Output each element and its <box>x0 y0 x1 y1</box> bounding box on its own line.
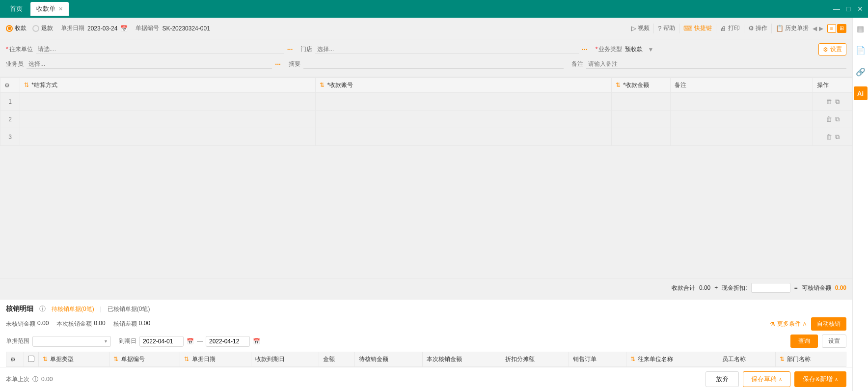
layout-split-btn[interactable]: ⊞ <box>837 24 846 33</box>
range-select[interactable] <box>32 336 111 347</box>
row2-delete-icon[interactable]: 🗑 <box>826 115 832 123</box>
row1-account[interactable] <box>316 93 611 111</box>
row1-remark[interactable] <box>670 93 813 111</box>
right-sidebar: ▦ 📄 🔗 Ai <box>852 18 868 391</box>
partner-more-icon[interactable]: ··· <box>287 46 293 54</box>
row3-delete-icon[interactable]: 🗑 <box>826 133 832 141</box>
shop-input[interactable] <box>315 45 579 54</box>
history-btn[interactable]: 📋 历史单据 <box>776 24 809 32</box>
biz-type-label: *业务类型 <box>596 45 623 54</box>
nav-prev-icon[interactable]: ◀ <box>813 25 817 32</box>
pending-tab[interactable]: 待核销单据(0笔) <box>52 305 94 313</box>
verify-settings-button[interactable]: 设置 <box>822 335 846 348</box>
sidebar-table-icon[interactable]: ▦ <box>854 22 868 35</box>
stat-unverified-label: 未核销金额 <box>6 320 35 328</box>
date-calendar-icon[interactable]: 📅 <box>120 25 128 32</box>
save-draft-label: 保存草稿 <box>751 375 777 384</box>
divider-5 <box>771 24 772 33</box>
more-conditions-btn[interactable]: ⚗ 更多条件 ∧ <box>770 320 807 328</box>
shop-more-icon[interactable]: ··· <box>582 46 588 54</box>
row1-delete-icon[interactable]: 🗑 <box>826 98 832 106</box>
row3-payment[interactable] <box>20 128 316 146</box>
sidebar-ai-icon[interactable]: Ai <box>854 86 868 100</box>
maximize-button[interactable]: □ <box>844 5 852 13</box>
row3-account[interactable] <box>316 128 611 146</box>
divider-1 <box>653 24 654 33</box>
toolbar: 收款 退款 单据日期 2023-03-24 📅 单据编号 SK-20230324… <box>0 18 852 39</box>
row3-action: 🗑 ⧉ <box>813 128 852 146</box>
number-label: 单据编号 <box>136 24 159 32</box>
vsort-1: ⇅ <box>43 356 48 363</box>
row3-remark[interactable] <box>670 128 813 146</box>
row2-payment[interactable] <box>20 111 316 128</box>
row2-copy-icon[interactable]: ⧉ <box>835 115 840 123</box>
video-btn[interactable]: ▷ 视频 <box>631 24 650 32</box>
layout-table-btn[interactable]: ≡ <box>827 24 836 33</box>
row-num-1: 1 <box>0 93 20 111</box>
save-draft-button[interactable]: 保存草稿 ∧ <box>743 371 790 387</box>
layout-btns: ≡ ⊞ <box>827 24 846 33</box>
radio-tuidai[interactable]: 退款 <box>32 24 53 32</box>
th-gear[interactable]: ⚙ <box>0 78 20 93</box>
salesperson-input[interactable] <box>27 59 272 69</box>
verify-info-icon[interactable]: ⓘ <box>39 305 46 313</box>
action-btn[interactable]: ⚙ 操作 <box>748 24 767 32</box>
equals-sign: = <box>794 284 798 291</box>
nav-next-icon[interactable]: ▶ <box>819 25 823 32</box>
discount-input[interactable] <box>751 283 790 293</box>
total-label: 收款合计 <box>672 284 695 292</box>
close-button[interactable]: ✕ <box>856 5 864 13</box>
select-all-checkbox[interactable] <box>28 356 34 362</box>
row2-remark[interactable] <box>670 111 813 128</box>
print-btn[interactable]: 🖨 打印 <box>720 24 740 32</box>
row3-amount[interactable] <box>611 128 670 146</box>
shortcut-btn[interactable]: ⌨ 快捷键 <box>683 24 712 32</box>
th-action: 操作 <box>813 78 852 93</box>
sidebar-document-icon[interactable]: 📄 <box>854 43 868 57</box>
partner-field: *往来单位 ··· <box>6 45 293 54</box>
query-button[interactable]: 查询 <box>790 335 818 348</box>
remark-input[interactable] <box>586 59 846 69</box>
help-btn[interactable]: ? 帮助 <box>658 24 675 32</box>
video-label: 视频 <box>638 24 650 32</box>
row2-account[interactable] <box>316 111 611 128</box>
plus-sign: + <box>714 284 718 291</box>
row-num-2: 2 <box>0 111 20 128</box>
date-field-filter: 到期日 📅 — 📅 <box>119 336 260 347</box>
vth-gear[interactable]: ⚙ <box>6 352 24 367</box>
tab-home[interactable]: 首页 <box>4 2 28 16</box>
auto-verify-button[interactable]: 自动核销 <box>811 317 846 331</box>
divider-3 <box>716 24 716 33</box>
divider-2 <box>679 24 679 33</box>
date-filter-label: 到期日 <box>119 337 136 345</box>
date-to-calendar-icon[interactable]: 📅 <box>253 338 260 345</box>
row1-amount[interactable] <box>611 93 670 111</box>
date-from-calendar-icon[interactable]: 📅 <box>187 338 194 345</box>
salesperson-more-icon[interactable]: ··· <box>275 60 281 68</box>
tab-home-label: 首页 <box>10 4 23 13</box>
partner-input[interactable] <box>36 45 284 54</box>
radio-shoukuan[interactable]: 收款 <box>6 24 27 32</box>
nav-arrows: ◀ ▶ <box>813 25 823 32</box>
done-tab[interactable]: 已核销单据(0笔) <box>108 305 150 313</box>
date-from-input[interactable] <box>139 336 184 347</box>
biz-type-arrow-icon[interactable]: ▼ <box>648 46 653 53</box>
discard-button[interactable]: 放弃 <box>705 371 739 387</box>
save-new-button[interactable]: 保存&新增 ∧ <box>794 371 846 387</box>
stat-diff-value: 0.00 <box>139 320 150 328</box>
row1-payment[interactable] <box>20 93 316 111</box>
summary-input[interactable] <box>303 59 564 69</box>
minimize-button[interactable]: — <box>833 5 841 13</box>
bottom-info-value: 0.00 <box>41 376 53 383</box>
date-to-input[interactable] <box>206 336 250 347</box>
sidebar-link-icon[interactable]: 🔗 <box>854 65 868 79</box>
row1-copy-icon[interactable]: ⧉ <box>835 98 840 106</box>
bottom-info-icon[interactable]: ⓘ <box>32 375 38 384</box>
shortcut-icon: ⌨ <box>683 25 693 32</box>
row3-copy-icon[interactable]: ⧉ <box>835 133 840 141</box>
tab-close-icon[interactable]: ✕ <box>58 6 63 12</box>
settings-button[interactable]: ⚙ 设置 <box>818 43 846 56</box>
row2-amount[interactable] <box>611 111 670 128</box>
summary-row: 收款合计 0.00 + 现金折扣: = 可核销金额 0.00 <box>0 279 852 297</box>
tab-receipt[interactable]: 收款单 ✕ <box>30 2 69 16</box>
